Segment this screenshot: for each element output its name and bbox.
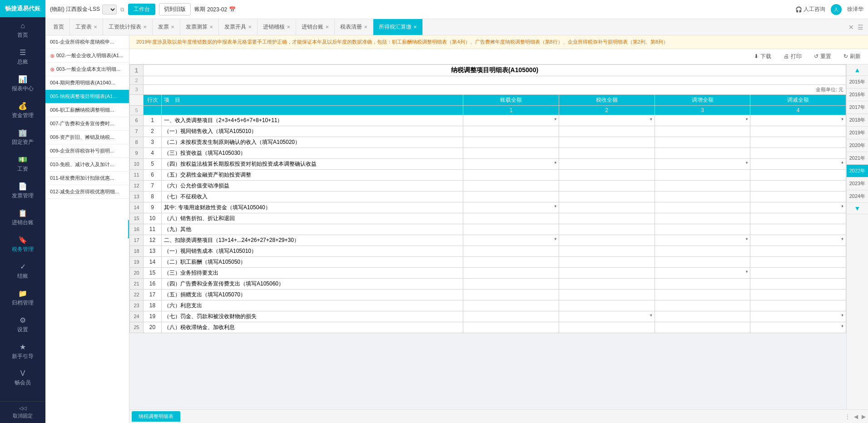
col4-cell[interactable] [750,300,846,311]
support-button[interactable]: 🎧 人工咨询 [795,5,825,13]
col2-cell[interactable] [559,322,655,333]
col2-cell[interactable] [559,278,655,289]
col4-cell[interactable]: * [750,158,846,169]
tab-salary-close[interactable]: ✕ [94,25,97,30]
tab-home[interactable]: 首页 [48,19,70,35]
item-cell[interactable]: （七）不征税收入 [162,191,463,202]
year-2024[interactable]: 2024年 [847,190,868,203]
old-version-button[interactable]: 切到旧版 [159,3,191,15]
tab-purchase-ledger-close[interactable]: ✕ [325,25,329,30]
panel-item-010[interactable]: 010-免税、减计收入及加计... [45,158,129,172]
reset-button[interactable]: ↺ 重置 [811,51,834,62]
year-nav-up[interactable]: ▲ [847,64,868,76]
col1-cell[interactable] [463,224,559,235]
item-cell[interactable]: 其中: 专项用途财政性资金（填写A105040） [162,202,463,213]
col3-cell[interactable] [655,180,750,191]
col3-cell[interactable] [655,246,750,256]
col3-cell[interactable] [655,169,750,180]
unpin-button[interactable]: ◁◁ 取消固定 [0,401,45,423]
col3-cell[interactable] [655,148,750,158]
col3-cell[interactable] [655,322,750,333]
col2-cell[interactable] [559,126,655,137]
item-cell[interactable]: （四）广告费和业务宣传费支出（填写A105060） [162,278,463,289]
sidebar-item-purchase[interactable]: 📋 进销台账 [0,204,45,231]
user-name[interactable]: 徐泽华 [847,5,863,13]
sidebar-item-archive[interactable]: 📁 归档管理 [0,285,45,311]
col4-cell[interactable] [750,191,846,202]
sidebar-item-fixed-asset[interactable]: 🏢 固定资产 [0,124,45,151]
col4-cell[interactable] [750,289,846,300]
col4-cell[interactable] [750,148,846,158]
print-button[interactable]: 🖨 打印 [781,51,804,62]
tab-tax-table[interactable]: 税表清册 ✕ [335,19,373,35]
item-cell[interactable]: （三）投资收益（填写A105030） [162,148,463,158]
copy-icon[interactable]: ⧉ [120,6,124,13]
year-2015[interactable]: 2015年 [847,76,868,89]
item-cell[interactable]: （二）职工薪酬（填写A105050） [162,256,463,267]
col3-cell[interactable] [655,191,750,202]
col1-cell[interactable] [463,300,559,311]
col1-cell[interactable] [463,289,559,300]
col2-cell[interactable]: * [559,311,655,322]
col3-cell[interactable] [655,311,750,322]
tab-purchase-ledger[interactable]: 进销台账 ✕ [296,19,335,35]
col1-cell[interactable] [463,311,559,322]
col1-cell[interactable] [463,126,559,137]
col3-cell[interactable] [655,224,750,235]
panel-item-012[interactable]: 012-减免企业所得税优惠明细... [45,185,129,199]
col1-cell[interactable] [463,246,559,256]
year-2017[interactable]: 2017年 [847,101,868,114]
close-all-icon[interactable]: ✕ [848,24,854,31]
col3-cell[interactable] [655,202,750,213]
company-dropdown[interactable] [102,5,117,15]
panel-item-001[interactable]: 001-企业所得税年度纳税申... [45,35,129,49]
item-cell[interactable]: （六）公允价值变动净损益 [162,180,463,191]
col4-cell[interactable] [750,278,846,289]
col2-cell[interactable] [559,235,655,246]
panel-item-004[interactable]: 004-期间费用明细表(A1040... [45,76,129,90]
col2-cell[interactable] [559,148,655,158]
col3-cell[interactable]: * [655,115,750,126]
col2-cell[interactable] [559,158,655,169]
col3-cell[interactable] [655,213,750,224]
item-cell[interactable]: （一）视同销售成本（填写A105010） [162,246,463,256]
item-cell[interactable]: （四）按权益法核算长期股权投资对初始投资成本调整确认收益 [162,158,463,169]
item-cell[interactable]: （九）其他 [162,224,463,235]
app-logo[interactable]: 畅捷通易代账 [0,0,45,17]
item-cell[interactable]: （五）交易性金融资产初始投资调整 [162,169,463,180]
col2-cell[interactable] [559,256,655,267]
item-cell[interactable]: （六）利息支出 [162,300,463,311]
col3-cell[interactable] [655,278,750,289]
tab-invoice-calc-close[interactable]: ✕ [209,25,213,30]
item-cell[interactable]: （五）捐赠支出（填写A105070） [162,289,463,300]
col1-cell[interactable]: * [463,158,559,169]
col3-cell[interactable] [655,289,750,300]
year-2023[interactable]: 2023年 [847,177,868,190]
sidebar-item-report[interactable]: 📊 报表中心 [0,70,45,97]
col2-cell[interactable] [559,202,655,213]
col2-cell[interactable] [559,289,655,300]
user-avatar[interactable]: 人 [831,4,842,15]
panel-item-003[interactable]: ⊗ 003-一般企业成本支出明细... [45,63,129,76]
col4-cell[interactable] [750,256,846,267]
item-cell[interactable]: （三）业务招待要支出 [162,267,463,278]
sidebar-item-settings[interactable]: ⚙ 设置 [0,311,45,338]
item-cell[interactable]: 二、扣除类调整项目（13+14+...24+26+27+28+29+30） [162,235,463,246]
col3-cell[interactable]: * [655,158,750,169]
scroll-left-icon[interactable]: ◀ [854,413,858,420]
col1-cell[interactable] [463,191,559,202]
col1-cell[interactable] [463,278,559,289]
col2-cell[interactable]: * [559,115,655,126]
col3-cell[interactable] [655,126,750,137]
sidebar-item-asset-mgmt[interactable]: 💰 资金管理 [0,97,45,124]
workspace-button[interactable]: 工作台 [128,4,155,15]
col3-cell[interactable]: * [655,267,750,278]
sidebar-item-settlement[interactable]: ✓ 结账 [0,258,45,285]
col4-cell[interactable] [750,180,846,191]
sidebar-item-salary[interactable]: 💵 工资 [0,151,45,177]
col3-cell[interactable]: * [655,235,750,246]
item-cell[interactable]: （八）销售折扣、折让和退回 [162,213,463,224]
col1-cell[interactable] [463,256,559,267]
tab-salary[interactable]: 工资表 ✕ [70,19,103,35]
sidebar-item-invoice[interactable]: 📄 发票管理 [0,177,45,204]
